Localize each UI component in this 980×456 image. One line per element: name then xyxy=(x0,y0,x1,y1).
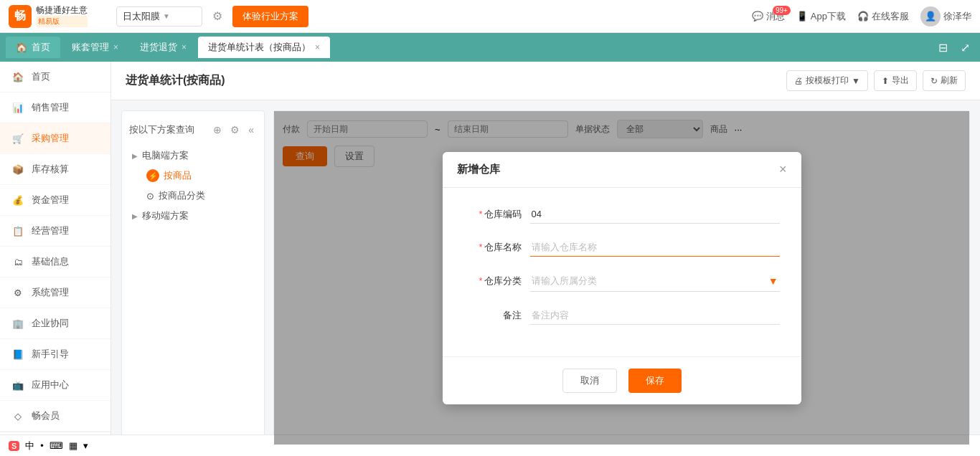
tab-accounts-close-icon[interactable]: × xyxy=(113,42,118,52)
sidebar-member-label: 畅会员 xyxy=(32,409,60,422)
logo-sub: 精易版 xyxy=(36,16,88,27)
app-logo-icon: 畅 xyxy=(9,5,32,28)
store-name: 日太阳膜 xyxy=(123,10,160,23)
sidebar-item-enterprise[interactable]: 🏢 企业协同 xyxy=(0,308,110,339)
enterprise-icon: 🏢 xyxy=(11,317,24,330)
export-button[interactable]: ⬆ 导出 xyxy=(874,70,917,91)
print-icon: 🖨 xyxy=(794,76,803,86)
sidebar-item-system[interactable]: ⚙ 系统管理 xyxy=(0,277,110,308)
logo-text-block: 畅捷通好生意 精易版 xyxy=(36,5,88,28)
tab-purchase-return[interactable]: 进货退货 × xyxy=(130,37,197,58)
sales-icon: 📊 xyxy=(11,101,24,114)
inventory-icon: 📦 xyxy=(11,163,24,176)
tab-accounts[interactable]: 账套管理 × xyxy=(62,37,128,58)
sidebar-item-home[interactable]: 🏠 首页 xyxy=(0,62,110,92)
tab-bar-right: ⊟ ⤢ xyxy=(934,39,974,56)
apps-icon: 📺 xyxy=(11,379,24,391)
scheme-settings-button[interactable]: ⚙ xyxy=(227,123,242,137)
tab-home[interactable]: 🏠 首页 xyxy=(6,37,60,58)
app-download-label: App下载 xyxy=(811,10,846,23)
tab-purchase-return-label: 进货退货 xyxy=(140,41,177,54)
form-row-category: 仓库分类 请输入所属分类 ▼ xyxy=(464,271,780,292)
sidebar-guide-label: 新手引导 xyxy=(32,348,69,361)
sidebar: 🏠 首页 📊 销售管理 🛒 采购管理 📦 库存核算 💰 资金管理 📋 经营管理 … xyxy=(0,62,111,456)
tab-purchase-stats-close-icon[interactable]: × xyxy=(315,42,320,52)
sidebar-item-member[interactable]: ◇ 畅会员 xyxy=(0,401,110,432)
panel-actions: ⊕ ⚙ « xyxy=(210,123,257,137)
logo-area: 畅 畅捷通好生意 精易版 xyxy=(9,5,109,28)
tab-purchase-stats[interactable]: 进货单统计表（按商品） × xyxy=(198,37,330,58)
trial-button[interactable]: 体验行业方案 xyxy=(232,6,308,27)
online-service-item[interactable]: 🎧 在线客服 xyxy=(857,10,909,23)
sidebar-operations-label: 经营管理 xyxy=(32,224,69,237)
remark-input[interactable] xyxy=(530,306,780,325)
sidebar-sales-label: 销售管理 xyxy=(32,101,69,114)
top-header: 畅 畅捷通好生意 精易版 日太阳膜 ▼ ⚙ 体验行业方案 💬 消息 99+ 📱 … xyxy=(0,0,980,33)
name-label: 仓库名称 xyxy=(464,241,522,254)
user-avatar: 👤 xyxy=(920,6,941,27)
cancel-button[interactable]: 取消 xyxy=(562,369,617,393)
tab-expand-icon[interactable]: ⤢ xyxy=(956,39,974,56)
sidebar-item-finance[interactable]: 💰 资金管理 xyxy=(0,185,110,216)
add-scheme-button[interactable]: ⊕ xyxy=(210,123,225,137)
settings-icon[interactable]: ⚙ xyxy=(209,6,225,26)
tab-purchase-return-close-icon[interactable]: × xyxy=(182,42,187,52)
sidebar-inventory-label: 库存核算 xyxy=(32,163,69,176)
tree-item-by-goods[interactable]: ⚡ 按商品 xyxy=(143,166,257,186)
sidebar-basic-info-label: 基础信息 xyxy=(32,255,69,268)
store-selector[interactable]: 日太阳膜 ▼ xyxy=(116,6,202,27)
refresh-icon: ↻ xyxy=(930,76,938,86)
sidebar-home-label: 首页 xyxy=(32,70,50,83)
tree-by-category-label: 按商品分类 xyxy=(159,189,205,202)
message-item[interactable]: 💬 消息 99+ xyxy=(752,10,785,23)
tree-item-by-category[interactable]: ⊙ 按商品分类 xyxy=(143,186,257,206)
tree-mobile-schemes[interactable]: ▶ 移动端方案 xyxy=(129,206,257,226)
content-header: 进货单统计(按商品) 🖨 按模板打印 ▼ ⬆ 导出 ↻ 刷新 xyxy=(111,62,980,100)
sidebar-apps-label: 应用中心 xyxy=(32,379,69,391)
sidebar-enterprise-label: 企业协同 xyxy=(32,317,69,330)
tab-minimize-icon[interactable]: ⊟ xyxy=(934,39,952,56)
sidebar-item-basic-info[interactable]: 🗂 基础信息 xyxy=(0,247,110,277)
tree-pc-schemes[interactable]: ▶ 电脑端方案 xyxy=(129,146,257,166)
message-icon: 💬 xyxy=(752,11,763,22)
sidebar-item-guide[interactable]: 📘 新手引导 xyxy=(0,339,110,370)
purchase-icon: 🛒 xyxy=(11,132,24,145)
refresh-button[interactable]: ↻ 刷新 xyxy=(923,70,966,91)
home-tab-label: 首页 xyxy=(32,41,50,54)
sidebar-item-apps[interactable]: 📺 应用中心 xyxy=(0,370,110,401)
sidebar-item-operations[interactable]: 📋 经营管理 xyxy=(0,216,110,247)
modal-overlay: 新增仓库 × 仓库编码 仓库名称 xyxy=(274,111,969,445)
dialog-header: 新增仓库 × xyxy=(443,152,801,188)
print-button[interactable]: 🖨 按模板打印 ▼ xyxy=(786,70,868,91)
dialog-close-button[interactable]: × xyxy=(779,162,787,177)
code-input[interactable] xyxy=(530,205,780,224)
sidebar-item-sales[interactable]: 📊 销售管理 xyxy=(0,92,110,123)
s-logo: S xyxy=(9,441,19,451)
category-select[interactable]: 请输入所属分类 ▼ xyxy=(530,271,780,292)
tree-sub: ⚡ 按商品 ⊙ 按商品分类 xyxy=(129,166,257,206)
tab-purchase-stats-label: 进货单统计表（按商品） xyxy=(208,41,311,54)
save-button[interactable]: 保存 xyxy=(628,369,682,393)
sidebar-item-purchase[interactable]: 🛒 采购管理 xyxy=(0,123,110,154)
sidebar-system-label: 系统管理 xyxy=(32,286,69,299)
active-scheme-icon: ⚡ xyxy=(146,169,159,182)
sidebar-item-inventory[interactable]: 📦 库存核算 xyxy=(0,154,110,185)
user-item[interactable]: 👤 徐泽华 xyxy=(920,6,971,27)
phone-icon: 📱 xyxy=(796,11,808,22)
home-icon: 🏠 xyxy=(11,70,24,83)
dialog-footer: 取消 保存 xyxy=(443,356,801,404)
tree-by-goods-label: 按商品 xyxy=(164,169,192,182)
dialog-title: 新增仓库 xyxy=(457,163,500,176)
collapse-panel-button[interactable]: « xyxy=(245,123,257,137)
content-toolbar: 🖨 按模板打印 ▼ ⬆ 导出 ↻ 刷新 xyxy=(786,70,966,91)
tree-pc-label: 电脑端方案 xyxy=(142,149,189,162)
category-label: 仓库分类 xyxy=(464,275,522,288)
main-layout: 🏠 首页 📊 销售管理 🛒 采购管理 📦 库存核算 💰 资金管理 📋 经营管理 … xyxy=(0,62,980,456)
name-input[interactable] xyxy=(530,238,780,257)
app-download-item[interactable]: 📱 App下载 xyxy=(796,10,846,23)
print-label: 按模板打印 xyxy=(806,75,849,87)
keyboard-icon: ⌨ xyxy=(50,440,63,451)
page-title: 进货单统计(按商品) xyxy=(126,73,225,88)
tab-accounts-label: 账套管理 xyxy=(72,41,109,54)
add-warehouse-dialog: 新增仓库 × 仓库编码 仓库名称 xyxy=(443,152,801,404)
